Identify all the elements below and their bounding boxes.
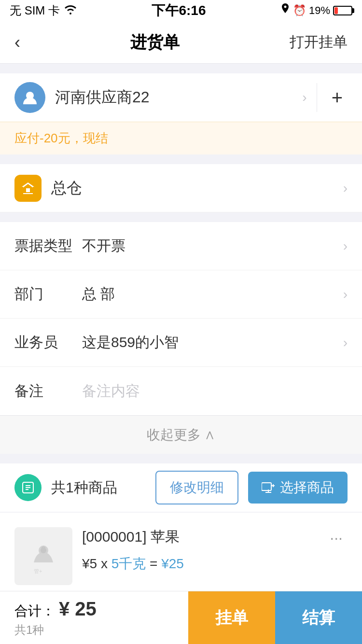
products-header: 共1种商品 修改明细 选择商品	[0, 463, 362, 512]
product-more-button[interactable]: ···	[325, 527, 348, 549]
ticket-type-row[interactable]: 票据类型 不开票 ›	[0, 222, 362, 270]
department-row[interactable]: 部门 总 部 ›	[0, 270, 362, 319]
warehouse-chevron-icon: ›	[343, 181, 348, 196]
product-code: [0000001]	[82, 529, 146, 545]
product-title: 苹果	[151, 529, 180, 545]
product-thumbnail: 管+	[14, 527, 72, 585]
status-time: 下午6:16	[152, 1, 206, 20]
ticket-type-chevron-icon: ›	[343, 238, 348, 254]
product-price: ¥5 x 5千克 = ¥25	[82, 555, 315, 573]
status-right: ⏰ 19%	[280, 3, 352, 18]
total-label: 合计：	[14, 602, 55, 620]
department-value: 总 部	[82, 284, 343, 304]
vertical-divider	[317, 83, 317, 112]
ticket-type-label: 票据类型	[14, 236, 82, 256]
edit-detail-button[interactable]: 修改明细	[155, 471, 238, 504]
salesperson-row[interactable]: 业务员 这是859的小智 ›	[0, 319, 362, 367]
battery-icon	[333, 6, 352, 15]
checkout-button[interactable]: 结算	[275, 591, 362, 644]
product-name: [0000001] 苹果	[82, 527, 315, 547]
supplier-name: 河南供应商22	[55, 87, 302, 108]
collapse-bar[interactable]: 收起更多 ∧	[0, 415, 362, 454]
status-left: 无 SIM 卡	[10, 3, 77, 18]
total-section: 合计： ¥ 25 共1种	[0, 591, 188, 644]
salesperson-chevron-icon: ›	[343, 335, 348, 350]
remark-input[interactable]: 备注内容	[82, 381, 348, 401]
add-supplier-button[interactable]: +	[327, 82, 348, 113]
page-title: 进货单	[130, 31, 180, 54]
form-section: 票据类型 不开票 › 部门 总 部 › 业务员 这是859的小智 › 备注 备注…	[0, 222, 362, 415]
warehouse-row[interactable]: 总仓 ›	[0, 164, 362, 212]
back-button[interactable]: ‹	[14, 32, 20, 53]
status-bar: 无 SIM 卡 下午6:16 ⏰ 19%	[0, 0, 362, 21]
nav-bar: ‹ 进货单 打开挂单	[0, 21, 362, 64]
battery-text: 19%	[309, 4, 330, 17]
bottom-bar: 合计： ¥ 25 共1种 挂单 结算	[0, 591, 362, 644]
collapse-label: 收起更多 ∧	[147, 426, 216, 444]
remark-label: 备注	[14, 381, 82, 401]
warehouse-icon	[14, 175, 42, 202]
supplier-row[interactable]: 河南供应商22 › +	[0, 73, 362, 122]
equals-sign: =	[150, 556, 161, 571]
department-label: 部门	[14, 284, 82, 304]
carrier-text: 无 SIM 卡	[10, 3, 60, 18]
open-pending-button[interactable]: 打开挂单	[290, 32, 348, 52]
svg-text:管+: 管+	[34, 568, 42, 574]
svg-rect-5	[262, 483, 271, 490]
product-item: 管+ [0000001] 苹果 ¥5 x 5千克 = ¥25 ···	[0, 513, 362, 600]
salesperson-value: 这是859的小智	[82, 333, 343, 352]
select-product-button[interactable]: 选择商品	[248, 472, 348, 504]
product-total: ¥25	[161, 556, 184, 571]
product-count-text: 共1种商品	[51, 478, 146, 498]
unit-price: ¥5	[82, 556, 97, 571]
price-separator: x	[101, 556, 111, 571]
wifi-icon	[64, 4, 77, 17]
quantity: 5千克	[111, 556, 146, 571]
ticket-type-value: 不开票	[82, 236, 343, 256]
select-product-label: 选择商品	[280, 478, 334, 497]
supplier-section: 河南供应商22 › + 应付-20元，现结	[0, 73, 362, 154]
product-info: [0000001] 苹果 ¥5 x 5千克 = ¥25	[82, 527, 315, 573]
product-count-icon	[14, 474, 42, 501]
supplier-notice: 应付-20元，现结	[0, 122, 362, 154]
salesperson-label: 业务员	[14, 333, 82, 352]
total-count: 共1种	[14, 622, 174, 638]
warehouse-section: 总仓 ›	[0, 164, 362, 212]
supplier-avatar	[14, 82, 45, 113]
hangup-button[interactable]: 挂单	[188, 591, 275, 644]
total-amount: ¥ 25	[59, 598, 97, 620]
department-chevron-icon: ›	[343, 287, 348, 302]
svg-point-11	[41, 547, 46, 553]
supplier-chevron-icon: ›	[302, 90, 306, 105]
warehouse-name: 总仓	[51, 178, 343, 199]
remark-row[interactable]: 备注 备注内容	[0, 367, 362, 415]
alarm-icon: ⏰	[293, 4, 306, 17]
location-icon	[280, 3, 290, 18]
